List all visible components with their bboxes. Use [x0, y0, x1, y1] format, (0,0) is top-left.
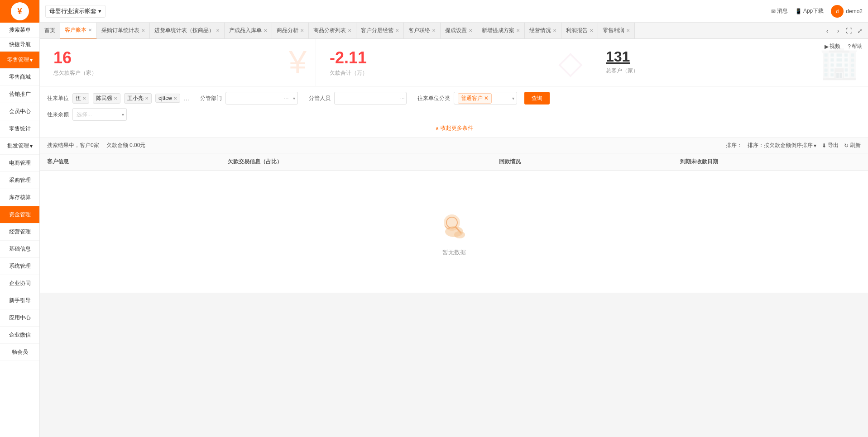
tab-label: 客户分层经营 — [361, 27, 393, 34]
tab-profit-report[interactable]: 利润报告 ✕ — [561, 23, 598, 39]
tab-label: 经营情况 — [529, 27, 551, 34]
sidebar-item-enterprise[interactable]: 企业协同 — [0, 275, 39, 292]
col-header-due-date: 到期未收款日期 — [680, 158, 861, 166]
sidebar-item-nav[interactable]: 快捷导航 — [0, 38, 39, 52]
close-icon[interactable]: ✕ — [553, 28, 556, 33]
user-menu[interactable]: d demo2 — [831, 5, 863, 18]
close-icon[interactable]: ✕ — [348, 28, 351, 33]
tab-product-analysis-list[interactable]: 商品分析列表 ✕ — [309, 23, 356, 39]
category-select[interactable]: 普通客户 ✕ — [454, 92, 517, 104]
search-results-bar: 搜索结果中，客户0家 欠款金额 0.00元 排序： 排序：按欠款金额倒序排序 ▾… — [40, 138, 868, 153]
sidebar-item-retail[interactable]: 零售管理 ▾ — [0, 52, 39, 69]
filter-tag-chen[interactable]: 陈民强 ✕ — [93, 93, 120, 104]
sidebar-item-wholesale[interactable]: 批发管理 ▾ — [0, 138, 39, 155]
remove-category[interactable]: ✕ — [484, 95, 489, 101]
remove-tag-wang[interactable]: ✕ — [145, 96, 149, 101]
close-icon[interactable]: ✕ — [141, 28, 145, 33]
tab-goods-stats[interactable]: 进货单统计表（按商品） ✕ — [150, 23, 225, 39]
query-button[interactable]: 查询 — [524, 92, 550, 104]
close-icon[interactable]: ✕ — [216, 28, 220, 33]
close-icon[interactable]: ✕ — [88, 28, 92, 33]
tab-product-analysis[interactable]: 商品分析 ✕ — [272, 23, 309, 39]
export-icon: ⬇ — [822, 142, 826, 149]
filter-label-person: 分管人员 — [309, 95, 331, 102]
account-label: 母婴行业演示帐套 — [49, 7, 96, 15]
results-actions: 排序： 排序：按欠款金额倒序排序 ▾ ⬇ 导出 ↻ 刷新 — [726, 142, 861, 149]
close-icon[interactable]: ✕ — [469, 28, 472, 33]
tab-customer-segments[interactable]: 客户分层经营 ✕ — [356, 23, 404, 39]
category-select-wrapper: 普通客户 ✕ ▾ — [454, 92, 517, 104]
tab-label: 采购订单统计表 — [101, 27, 139, 34]
balance-select[interactable]: 选择... — [72, 108, 127, 121]
export-button[interactable]: ⬇ 导出 — [822, 142, 839, 149]
tab-label: 提成设置 — [445, 27, 467, 34]
sort-button[interactable]: 排序：按欠款金额倒序排序 ▾ — [748, 142, 816, 149]
tab-prev-button[interactable]: ‹ — [823, 26, 832, 35]
tab-label: 利润报告 — [566, 27, 588, 34]
tab-retail-profit[interactable]: 零售利润 ✕ — [598, 23, 635, 39]
tab-product-stock[interactable]: 产成品入库单 ✕ — [225, 23, 272, 39]
filter-area: 往来单位 伍 ✕ 陈民强 ✕ 王小亮 ✕ cjttcw ✕ ... — [40, 86, 868, 138]
stats-row: ▶ 视频 ? 帮助 ¥ 16 总欠款客户（家） ◇ -2.11 欠款合计（万） … — [40, 39, 868, 86]
tab-fullscreen-button[interactable]: ⤢ — [855, 26, 864, 35]
collapse-button[interactable]: ∧ 收起更多条件 — [435, 124, 473, 132]
col-header-customer: 客户信息 — [47, 158, 228, 166]
filter-tag-wu[interactable]: 伍 ✕ — [72, 93, 89, 104]
sidebar-item-guide[interactable]: 新手引导 — [0, 292, 39, 309]
tab-customer-ledger[interactable]: 客户账本 ✕ — [60, 23, 97, 39]
tabbar: 首页 客户账本 ✕ 采购订单统计表 ✕ 进货单统计表（按商品） ✕ 产成品入库单… — [40, 23, 868, 39]
tab-expand-button[interactable]: ⛶ — [844, 26, 854, 35]
sidebar-item-search[interactable]: 搜索菜单 — [0, 23, 39, 38]
table-header: 客户信息 欠款交易信息（占比） 回款情况 到期未收款日期 — [40, 153, 868, 171]
sidebar-item-retail-stats[interactable]: 零售统计 — [0, 120, 39, 138]
tab-new-commission[interactable]: 新增提成方案 ✕ — [477, 23, 525, 39]
close-icon[interactable]: ✕ — [264, 28, 267, 33]
sidebar-item-operations[interactable]: 经营管理 — [0, 223, 39, 241]
filter-tag-cj[interactable]: cjttcw ✕ — [155, 94, 180, 103]
stat-icon-debt: ◇ — [558, 44, 583, 81]
sidebar-item-inventory[interactable]: 库存核算 — [0, 189, 39, 206]
close-icon[interactable]: ✕ — [590, 28, 593, 33]
refresh-button[interactable]: ↻ 刷新 — [844, 142, 861, 149]
more-icon[interactable]: ··· — [400, 95, 405, 101]
sidebar-item-app-center[interactable]: 应用中心 — [0, 309, 39, 327]
tab-customer-contact[interactable]: 客户联络 ✕ — [404, 23, 441, 39]
close-icon[interactable]: ✕ — [395, 28, 399, 33]
sidebar-item-member-center[interactable]: 会员中心 — [0, 103, 39, 120]
remove-tag-wu[interactable]: ✕ — [82, 96, 86, 101]
sidebar-item-wechat[interactable]: 企业微信 — [0, 327, 39, 344]
tab-next-button[interactable]: › — [834, 26, 843, 35]
sidebar-item-retail-mall[interactable]: 零售商城 — [0, 69, 39, 86]
close-icon[interactable]: ✕ — [300, 28, 304, 33]
remove-tag-chen[interactable]: ✕ — [114, 96, 117, 101]
tab-label: 商品分析列表 — [313, 27, 346, 34]
tab-commission-settings[interactable]: 提成设置 ✕ — [441, 23, 477, 39]
tab-home[interactable]: 首页 — [40, 23, 60, 39]
close-icon[interactable]: ✕ — [626, 28, 630, 33]
filter-more-tags[interactable]: ... — [184, 95, 189, 102]
close-icon[interactable]: ✕ — [516, 28, 520, 33]
empty-state: 暂无数据 — [40, 171, 868, 293]
sidebar-item-ecommerce[interactable]: 电商管理 — [0, 155, 39, 172]
app-download-button[interactable]: 📱 App下载 — [795, 7, 824, 15]
remove-tag-cj[interactable]: ✕ — [173, 96, 177, 101]
sidebar-item-finance[interactable]: 资金管理 — [0, 206, 39, 223]
dept-select-wrapper: ▾ ··· — [225, 92, 298, 104]
account-dropdown[interactable]: 母婴行业演示帐套 ▾ — [45, 5, 106, 18]
category-tag[interactable]: 普通客户 ✕ — [458, 93, 492, 104]
person-select[interactable] — [334, 92, 407, 104]
sidebar-item-system[interactable]: 系统管理 — [0, 258, 39, 275]
clear-icon[interactable]: ··· — [283, 95, 289, 102]
sidebar-item-vip[interactable]: 畅会员 — [0, 344, 39, 361]
sidebar-item-purchase[interactable]: 采购管理 — [0, 172, 39, 189]
tab-operations[interactable]: 经营情况 ✕ — [525, 23, 561, 39]
messages-button[interactable]: ✉ 消息 — [771, 7, 788, 15]
sidebar-item-marketing[interactable]: 营销推广 — [0, 86, 39, 103]
chevron-down-icon: ▾ — [814, 142, 816, 149]
tab-purchase-stats[interactable]: 采购订单统计表 ✕ — [97, 23, 150, 39]
tab-label: 首页 — [44, 27, 55, 34]
stat-label-total: 总客户（家） — [606, 67, 638, 75]
sidebar-item-basic-info[interactable]: 基础信息 — [0, 241, 39, 258]
close-icon[interactable]: ✕ — [432, 28, 436, 33]
filter-tag-wang[interactable]: 王小亮 ✕ — [124, 93, 152, 104]
